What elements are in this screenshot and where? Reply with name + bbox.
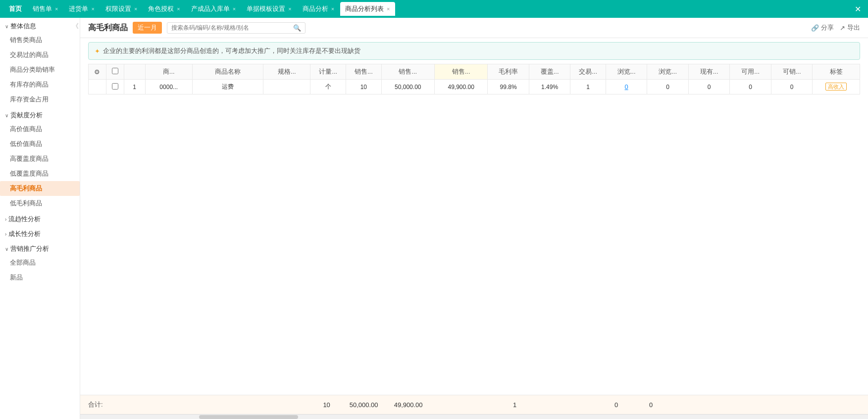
- close-role-tab[interactable]: ×: [177, 6, 180, 12]
- nav-tab-analysis[interactable]: 商品分析 ×: [298, 2, 339, 16]
- nav-tab-sales[interactable]: 销售单 ×: [28, 2, 63, 16]
- sidebar-item-all-goods[interactable]: 全部商品: [0, 255, 80, 270]
- search-icon[interactable]: 🔍: [293, 24, 301, 32]
- nav-tab-home[interactable]: 首页: [4, 2, 27, 16]
- export-button[interactable]: ↗ 导出: [840, 23, 860, 32]
- cell-cover: 1.49%: [529, 80, 570, 94]
- nav-tab-template[interactable]: 单据模板设置 ×: [242, 2, 296, 16]
- sidebar-item-low-coverage[interactable]: 低覆盖度商品: [0, 166, 80, 181]
- sidebar-item-high-coverage[interactable]: 高覆盖度商品: [0, 151, 80, 166]
- sidebar-item-low-margin[interactable]: 低毛利商品: [0, 196, 80, 211]
- sidebar-item-category-rate[interactable]: 商品分类助销率: [0, 62, 80, 77]
- sidebar-item-traded-goods[interactable]: 交易过的商品: [0, 47, 80, 62]
- close-analysis-list-tab[interactable]: ×: [387, 6, 390, 12]
- col-header-tag[interactable]: 标签: [813, 64, 860, 80]
- cell-trans: 1: [570, 80, 606, 94]
- sidebar-item-high-value[interactable]: 高价值商品: [0, 122, 80, 137]
- cell-browse1[interactable]: 0: [606, 80, 647, 94]
- sidebar-item-sales-goods[interactable]: 销售类商品: [0, 33, 80, 47]
- date-filter-button[interactable]: 近一月: [133, 22, 162, 34]
- sidebar-item-stock-capital[interactable]: 库存资金占用: [0, 92, 80, 107]
- share-button[interactable]: 🔗 分享: [811, 23, 834, 32]
- cell-check[interactable]: [106, 80, 124, 94]
- table-header-row: ⚙ 商... 商品名称 规格...: [89, 64, 860, 80]
- select-all-checkbox[interactable]: [112, 68, 118, 74]
- sidebar-item-low-value[interactable]: 低价值商品: [0, 137, 80, 151]
- close-analysis-tab[interactable]: ×: [331, 6, 334, 12]
- cell-sales-amt: 50,000.00: [381, 80, 434, 94]
- top-nav: 首页 销售单 × 进货单 × 权限设置 × 角色授权 × 产成品入库单 × 单据…: [0, 0, 868, 18]
- close-sales-tab[interactable]: ×: [55, 6, 58, 12]
- close-product-in-tab[interactable]: ×: [233, 6, 236, 12]
- sidebar: 《 ∨ 整体信息 销售类商品 交易过的商品 商品分类助销率 有库存的商品 库存资…: [0, 18, 80, 419]
- nav-tab-purchase[interactable]: 进货单 ×: [64, 2, 99, 16]
- col-header-settings[interactable]: ⚙: [89, 64, 106, 80]
- cell-sales-cost: 49,900.00: [434, 80, 487, 94]
- close-purchase-tab[interactable]: ×: [91, 6, 94, 12]
- cell-margin: 99.8%: [488, 80, 529, 94]
- close-template-tab[interactable]: ×: [288, 6, 291, 12]
- cell-num: 1: [124, 80, 145, 94]
- search-input[interactable]: [171, 24, 290, 31]
- summary-stock: 0: [599, 401, 634, 409]
- col-header-saleable[interactable]: 可销...: [771, 64, 813, 80]
- nav-tab-analysis-list[interactable]: 商品分析列表 ×: [340, 2, 395, 16]
- col-header-name[interactable]: 商品名称: [192, 64, 263, 80]
- content-header: 高毛利商品 近一月 🔍 🔗 分享 ↗ 导出: [80, 18, 868, 38]
- scrollbar-thumb[interactable]: [199, 415, 298, 419]
- sidebar-group-contribution[interactable]: ∨ 贡献度分析: [0, 107, 80, 122]
- sidebar-collapse-btn[interactable]: 《: [71, 22, 80, 31]
- col-header-avail[interactable]: 可用...: [730, 64, 771, 80]
- page-title: 高毛利商品: [88, 23, 128, 33]
- sidebar-group-marketing[interactable]: ∨ 营销推广分析: [0, 240, 80, 255]
- tag-high-income: 高收入: [825, 83, 847, 91]
- table-row: 1 0000... 运费 个 10 50,000.00 49,900.00 99…: [89, 80, 860, 94]
- col-header-cover[interactable]: 覆盖...: [529, 64, 570, 80]
- close-permission-tab[interactable]: ×: [134, 6, 137, 12]
- col-header-margin[interactable]: 毛利率: [488, 64, 529, 80]
- content-area: 高毛利商品 近一月 🔍 🔗 分享 ↗ 导出 ✦ 企业的: [80, 18, 868, 419]
- main-layout: 《 ∨ 整体信息 销售类商品 交易过的商品 商品分类助销率 有库存的商品 库存资…: [0, 18, 868, 419]
- nav-tab-product-in[interactable]: 产成品入库单 ×: [186, 2, 241, 16]
- col-header-sales-qty[interactable]: 销售...: [346, 64, 382, 80]
- sidebar-item-new-goods[interactable]: 新品: [0, 270, 80, 285]
- nav-tab-permission[interactable]: 权限设置 ×: [101, 2, 142, 16]
- col-header-num: [124, 64, 145, 80]
- share-icon: 🔗: [811, 24, 819, 32]
- sidebar-item-high-margin[interactable]: 高毛利商品: [0, 181, 80, 196]
- table-container: ⚙ 商... 商品名称 规格...: [80, 64, 868, 395]
- sidebar-item-in-stock[interactable]: 有库存的商品: [0, 77, 80, 92]
- col-header-stock[interactable]: 现有...: [688, 64, 730, 80]
- table-footer: 合计: 10 50,000.00 49,900.00 1 0 0: [80, 395, 868, 414]
- col-header-spec[interactable]: 规格...: [263, 64, 310, 80]
- cell-stock: 0: [688, 80, 730, 94]
- header-actions: 🔗 分享 ↗ 导出: [811, 23, 860, 32]
- row-checkbox[interactable]: [112, 83, 118, 90]
- col-header-code[interactable]: 商...: [145, 64, 192, 80]
- cell-saleable: 0: [771, 80, 813, 94]
- trend-group-arrow: ›: [5, 217, 6, 222]
- search-box: 🔍: [167, 22, 306, 34]
- cell-name: 运费: [192, 80, 263, 94]
- info-icon: ✦: [95, 47, 100, 55]
- col-header-sales-amt[interactable]: 销售...: [381, 64, 434, 80]
- cell-avail: 0: [730, 80, 771, 94]
- col-header-sales-cost[interactable]: 销售...: [434, 64, 487, 80]
- cell-unit: 个: [310, 80, 346, 94]
- bottom-scrollbar[interactable]: [80, 414, 868, 419]
- col-header-browse1[interactable]: 浏览...: [606, 64, 647, 80]
- col-header-check[interactable]: [106, 64, 124, 80]
- cell-tag: 高收入: [813, 80, 860, 94]
- sidebar-group-trend[interactable]: › 流趋性分析: [0, 211, 80, 226]
- marketing-group-arrow: ∨: [5, 246, 8, 252]
- close-all-tabs[interactable]: ✕: [852, 4, 864, 14]
- data-table: ⚙ 商... 商品名称 规格...: [88, 64, 860, 94]
- sidebar-group-overall[interactable]: ∨ 整体信息: [0, 18, 80, 33]
- nav-tab-role[interactable]: 角色授权 ×: [143, 2, 185, 16]
- col-header-browse2[interactable]: 浏览...: [647, 64, 689, 80]
- info-banner: ✦ 企业的主要的利润都是这部分商品创造的，可考虑加大推广，同时关注库存是不要出现…: [88, 42, 860, 60]
- cell-settings: [89, 80, 106, 94]
- sidebar-group-growth[interactable]: › 成长性分析: [0, 226, 80, 240]
- col-header-unit[interactable]: 计量...: [310, 64, 346, 80]
- col-header-trans[interactable]: 交易...: [570, 64, 606, 80]
